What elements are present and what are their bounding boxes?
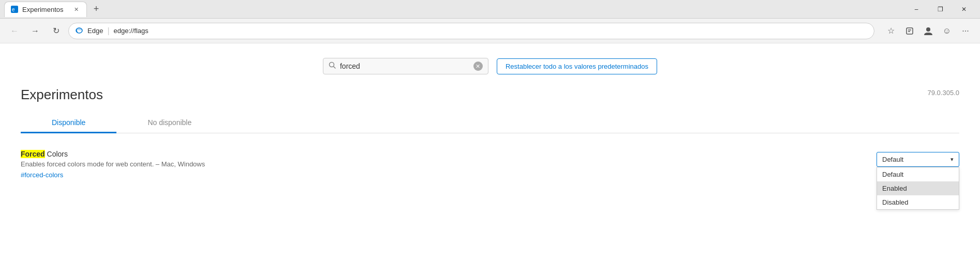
page-content: forced ✕ Restablecer todo a los valores … (0, 43, 980, 262)
collections-icon[interactable] (901, 23, 918, 39)
search-bar-row: forced ✕ Restablecer todo a los valores … (21, 54, 959, 74)
svg-point-5 (926, 27, 930, 32)
reset-button[interactable]: Restablecer todo a los valores predeterm… (497, 58, 657, 74)
page-title: Experimentos (21, 87, 103, 103)
emoji-icon[interactable]: ☺ (939, 23, 955, 39)
title-bar: e Experimentos ✕ + – ❐ ✕ (0, 0, 980, 19)
tabs-row: Disponible No disponible (21, 113, 959, 133)
new-tab-button[interactable]: + (89, 2, 103, 17)
search-clear-button[interactable]: ✕ (473, 61, 483, 71)
nav-right-icons: ☆ ☺ ··· (883, 23, 974, 39)
refresh-button[interactable]: ↻ (48, 23, 64, 39)
dropdown-option-default[interactable]: Default (877, 167, 959, 181)
edge-brand-label: Edge (87, 27, 103, 35)
flag-dropdown-trigger[interactable]: Default ▾ (877, 152, 959, 167)
chevron-down-icon: ▾ (951, 156, 954, 163)
settings-more-icon[interactable]: ··· (957, 23, 974, 39)
flag-name-highlight: Forced (21, 150, 45, 158)
forward-button[interactable]: → (27, 23, 43, 39)
svg-rect-2 (907, 28, 913, 34)
search-box[interactable]: forced ✕ (323, 58, 488, 74)
version-text: 79.0.305.0 (928, 89, 959, 97)
favorites-icon[interactable]: ☆ (883, 23, 899, 39)
search-icon (329, 61, 336, 71)
flag-item: Forced Colors Enables forced colors mode… (21, 146, 959, 183)
flag-dropdown-options: Default Enabled Disabled (877, 167, 959, 210)
navigation-bar: ← → ↻ Edge | edge://flags ☆ ☺ ··· (0, 19, 980, 43)
window-controls: – ❐ ✕ (904, 0, 976, 19)
flag-info: Forced Colors Enables forced colors mode… (21, 150, 877, 179)
address-bar[interactable]: Edge | edge://flags (68, 23, 874, 39)
profile-icon[interactable] (920, 23, 937, 39)
flag-anchor-link[interactable]: #forced-colors (21, 171, 63, 179)
tab-disponible[interactable]: Disponible (21, 113, 116, 133)
dropdown-option-enabled[interactable]: Enabled (877, 181, 959, 195)
search-input[interactable]: forced (340, 62, 469, 70)
restore-button[interactable]: ❐ (928, 0, 952, 19)
close-button[interactable]: ✕ (952, 0, 976, 19)
dropdown-option-disabled[interactable]: Disabled (877, 195, 959, 209)
title-version-row: Experimentos 79.0.305.0 (21, 87, 959, 105)
back-button[interactable]: ← (6, 23, 23, 39)
dropdown-current-value: Default (882, 156, 903, 163)
flag-name-suffix: Colors (45, 150, 68, 158)
tab-no-disponible[interactable]: No disponible (116, 113, 222, 133)
tab-favicon: e (11, 6, 18, 13)
url-text: edge://flags (114, 27, 868, 35)
svg-line-7 (333, 67, 335, 69)
address-divider: | (107, 26, 109, 36)
minimize-button[interactable]: – (904, 0, 928, 19)
browser-tab[interactable]: e Experimentos ✕ (4, 2, 87, 17)
svg-text:e: e (12, 7, 15, 12)
tab-title: Experimentos (22, 6, 63, 13)
flag-description: Enables forced colors mode for web conte… (21, 160, 877, 168)
flag-dropdown-container: Default ▾ Default Enabled Disabled (877, 152, 959, 167)
edge-logo-icon (75, 26, 83, 36)
tab-close-button[interactable]: ✕ (72, 5, 80, 13)
flag-name: Forced Colors (21, 150, 877, 158)
